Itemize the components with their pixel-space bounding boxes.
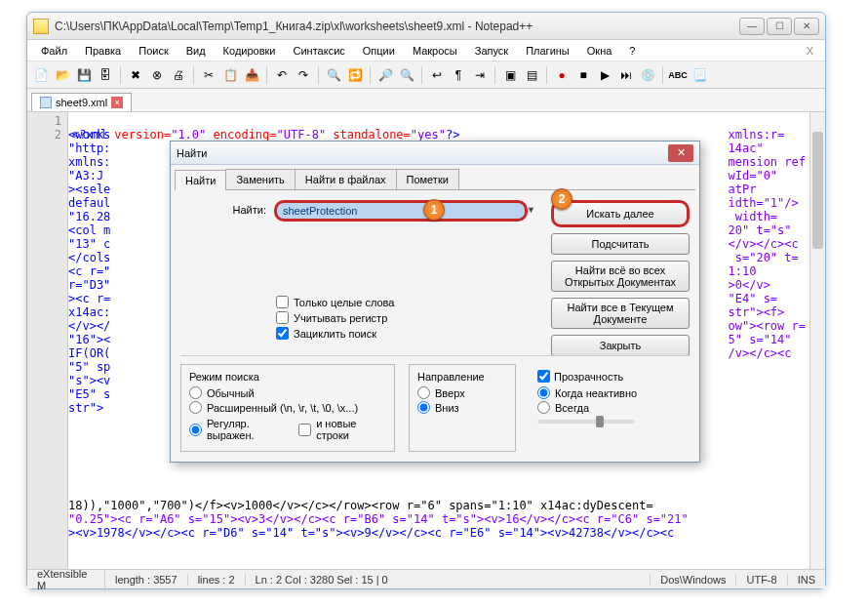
toolbar: 📄 📂 💾 🗄 ✖ ⊗ 🖨 ✂ 📋 📥 ↶ ↷ 🔍 🔁 🔎 🔍 ↩ ¶ ⇥ ▣ … bbox=[27, 61, 825, 89]
menu-search[interactable]: Поиск bbox=[131, 43, 176, 59]
vertical-scrollbar[interactable] bbox=[809, 112, 825, 569]
wordwrap-icon[interactable]: ↩ bbox=[427, 65, 447, 85]
menu-edit[interactable]: Правка bbox=[77, 43, 129, 59]
record-icon[interactable]: ● bbox=[552, 65, 572, 85]
find-dialog: Найти ✕ Найти Заменить Найти в файлах По… bbox=[170, 141, 700, 463]
status-length: length : 3557 bbox=[105, 574, 188, 586]
indent-icon[interactable]: ⇥ bbox=[470, 65, 490, 85]
menu-encoding[interactable]: Кодировки bbox=[216, 43, 284, 59]
dialog-title-bar[interactable]: Найти ✕ bbox=[171, 142, 699, 165]
count-button[interactable]: Подсчитать bbox=[551, 233, 690, 255]
doc-icon[interactable]: 📃 bbox=[690, 65, 709, 85]
status-enc: UTF-8 bbox=[736, 574, 787, 586]
code-bottom: 18)),"1000","700")</f><v>1000</v></c></r… bbox=[68, 499, 689, 540]
menu-windows[interactable]: Окна bbox=[579, 43, 620, 59]
cut-icon[interactable]: ✂ bbox=[199, 65, 218, 85]
close-dialog-button[interactable]: Закрыть bbox=[551, 335, 690, 356]
line-gutter: 1 2 bbox=[27, 112, 68, 569]
saveall-icon[interactable]: 🗄 bbox=[96, 65, 115, 85]
undo-icon[interactable]: ↶ bbox=[272, 65, 292, 85]
dir-up[interactable]: Вверх bbox=[417, 386, 507, 399]
whole-words-check[interactable]: Только целые слова bbox=[276, 296, 394, 308]
menu-options[interactable]: Опции bbox=[355, 43, 403, 59]
newlines-check[interactable]: и новые строки bbox=[298, 418, 386, 441]
mode-regex[interactable]: Регуляр. выражен. bbox=[189, 418, 293, 441]
status-bar: eXtensible M length : 3557 lines : 2 Ln … bbox=[27, 569, 825, 588]
paste-icon[interactable]: 📥 bbox=[242, 65, 261, 85]
stop-icon[interactable]: ■ bbox=[573, 65, 593, 85]
status-type: eXtensible M bbox=[27, 568, 105, 591]
menu-close-x[interactable]: X bbox=[801, 43, 819, 59]
transparency-group: Прозрачность Когда неактивно Всегда bbox=[530, 364, 690, 452]
direction-legend: Направление bbox=[417, 371, 507, 383]
print-icon[interactable]: 🖨 bbox=[169, 65, 188, 85]
wrap-check[interactable]: Зациклить поиск bbox=[276, 327, 394, 340]
menu-help[interactable]: ? bbox=[621, 43, 643, 59]
new-icon[interactable]: 📄 bbox=[31, 65, 51, 85]
file-tab-label: sheet9.xml bbox=[56, 97, 107, 108]
menu-run[interactable]: Запуск bbox=[467, 43, 516, 59]
dropdown-icon[interactable]: ▼ bbox=[527, 205, 535, 215]
close-icon[interactable]: ✖ bbox=[126, 65, 145, 85]
tab-find-in-files[interactable]: Найти в файлах bbox=[295, 169, 397, 189]
transparency-slider[interactable] bbox=[537, 420, 635, 424]
maximize-button[interactable]: ☐ bbox=[767, 18, 792, 35]
open-icon[interactable]: 📂 bbox=[53, 65, 72, 85]
replace-icon[interactable]: 🔁 bbox=[345, 65, 365, 85]
zoomin-icon[interactable]: 🔎 bbox=[375, 65, 395, 85]
menu-view[interactable]: Вид bbox=[178, 43, 214, 59]
close-button[interactable]: ✕ bbox=[794, 18, 819, 35]
tab-close-icon[interactable]: × bbox=[111, 97, 123, 108]
trans-always[interactable]: Всегда bbox=[537, 401, 682, 414]
menu-macros[interactable]: Макросы bbox=[405, 43, 465, 59]
dialog-close-button[interactable]: ✕ bbox=[668, 144, 693, 162]
trans-inactive[interactable]: Когда неактивно bbox=[537, 386, 682, 399]
unfold-icon[interactable]: ▤ bbox=[522, 65, 541, 85]
scrollbar-thumb[interactable] bbox=[812, 132, 823, 249]
code-right-fragment: xmlns:r= 14ac" mension ref wId="0" atPr … bbox=[729, 128, 806, 360]
status-eol: Dos\Windows bbox=[651, 574, 736, 586]
menu-plugins[interactable]: Плагины bbox=[518, 43, 577, 59]
annotation-badge-2: 2 bbox=[551, 188, 572, 210]
mode-normal[interactable]: Обычный bbox=[189, 386, 386, 399]
file-tab[interactable]: sheet9.xml × bbox=[31, 93, 132, 111]
status-mode: INS bbox=[788, 574, 825, 586]
find-next-button[interactable]: Искать далее bbox=[551, 200, 690, 227]
closeall-icon[interactable]: ⊗ bbox=[147, 65, 167, 85]
match-case-check[interactable]: Учитывать регистр bbox=[276, 311, 394, 324]
mode-legend: Режим поиска bbox=[189, 371, 386, 383]
zoomout-icon[interactable]: 🔍 bbox=[397, 65, 416, 85]
menu-syntax[interactable]: Синтаксис bbox=[286, 43, 353, 59]
direction-group: Направление Вверх Вниз bbox=[409, 364, 516, 452]
document-tabs: sheet9.xml × bbox=[27, 89, 825, 112]
mode-extended[interactable]: Расширенный (\n, \r, \t, \0, \x...) bbox=[189, 401, 386, 414]
code-left-fragment: <works "http: xmlns: "A3:J ><sele defaul… bbox=[68, 128, 110, 415]
menu-file[interactable]: Файл bbox=[33, 43, 75, 59]
savemacro-icon[interactable]: 💿 bbox=[638, 65, 657, 85]
showchars-icon[interactable]: ¶ bbox=[449, 65, 468, 85]
play-icon[interactable]: ▶ bbox=[595, 65, 614, 85]
copy-icon[interactable]: 📋 bbox=[220, 65, 240, 85]
find-all-current-button[interactable]: Найти все в Текущем Документе bbox=[551, 298, 690, 329]
find-icon[interactable]: 🔍 bbox=[324, 65, 343, 85]
dir-down[interactable]: Вниз bbox=[417, 401, 507, 414]
tab-marks[interactable]: Пометки bbox=[396, 169, 459, 189]
minimize-button[interactable]: — bbox=[739, 18, 765, 35]
tab-replace[interactable]: Заменить bbox=[225, 169, 295, 189]
save-icon[interactable]: 💾 bbox=[74, 65, 94, 85]
status-lines: lines : 2 bbox=[188, 574, 246, 586]
slider-thumb[interactable] bbox=[596, 416, 604, 427]
find-all-open-button[interactable]: Найти всё во всех Открытых Документах bbox=[551, 261, 690, 292]
playmulti-icon[interactable]: ⏭ bbox=[616, 65, 636, 85]
abc-icon[interactable]: ABC bbox=[668, 65, 688, 85]
find-label: Найти: bbox=[180, 200, 266, 216]
find-input[interactable] bbox=[274, 200, 528, 222]
redo-icon[interactable]: ↷ bbox=[294, 65, 313, 85]
menu-bar: Файл Правка Поиск Вид Кодировки Синтакси… bbox=[27, 40, 825, 61]
app-icon bbox=[33, 19, 49, 34]
file-tab-icon bbox=[40, 97, 52, 108]
title-bar: C:\Users\ПК\AppData\Local\Temp\Temp1_Кни… bbox=[27, 13, 825, 40]
transparency-check[interactable]: Прозрачность bbox=[537, 370, 682, 383]
tab-find[interactable]: Найти bbox=[175, 170, 226, 190]
fold-icon[interactable]: ▣ bbox=[500, 65, 520, 85]
